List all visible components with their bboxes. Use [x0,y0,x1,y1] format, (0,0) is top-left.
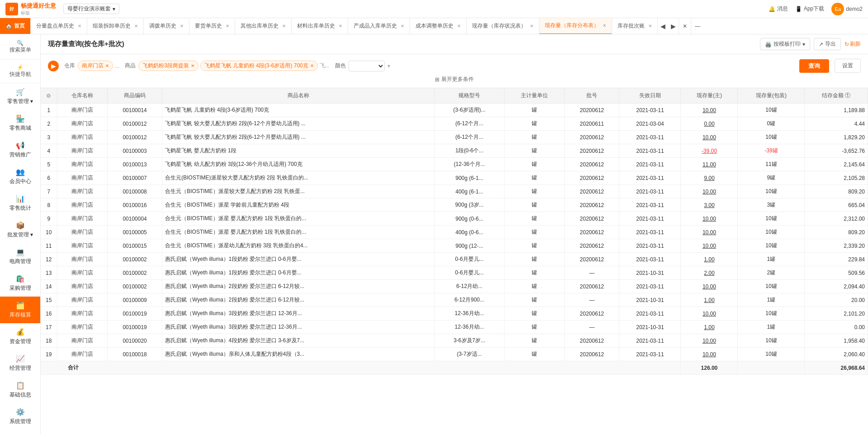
close-icon[interactable]: ✕ [78,24,81,28]
cell-qty[interactable]: 10.00 [681,348,738,361]
sidebar-item-零售管理[interactable]: 🛒 零售管理 ▾ [0,83,40,110]
cell-qty[interactable]: 10.00 [681,280,738,293]
sidebar-item-资金管理[interactable]: 💰 资金管理 [0,323,40,350]
tab-zuzhangchaijian[interactable]: 组装拆卸单历史 ✕ [87,18,144,34]
sidebar-item-label: 营销推广 [9,151,31,159]
cell-name: 飞鹤星飞帆 较大婴儿配方奶粉 2段(6-12个月婴幼儿适用) ... [162,131,434,144]
expand-filter-btn[interactable]: ▶ [48,61,59,71]
sidebar-item-基础信息[interactable]: 📋 基础信息 [0,377,40,403]
close-icon[interactable]: ✕ [180,24,184,28]
sidebar-item-企业协同[interactable]: 🤝 企业协同 [0,430,40,434]
sidebar-item-零售商城[interactable]: 🏪 零售商城 [0,110,40,137]
refresh-btn[interactable]: ↻ 刷新 [844,40,861,48]
cell-qty[interactable]: 0.00 [681,117,738,131]
cell-name: 惠氏启赋（Wyeth illuma）1段奶粉 爱尔兰进口 0-6月婴... [162,253,434,266]
close-icon[interactable]: ✕ [226,24,229,28]
cell-qty[interactable]: 1.00 [681,321,738,334]
cell-expire: 2021-03-11 [619,348,681,361]
tab-minimize-btn[interactable]: — [691,18,704,34]
warehouse-tags: 南岸门店 ✕ ... [78,61,119,71]
tab-home[interactable]: 🏠 首页 [0,18,31,34]
quick-nav-btn[interactable]: ⚡ 快捷导航 [0,61,40,81]
product-tag-2-remove[interactable]: ✕ [310,63,314,68]
tab-qitachuku[interactable]: 其他出库单历史 ✕ [235,18,292,34]
cell-qty[interactable]: -39.00 [681,144,738,158]
cell-warehouse: 南岸门店 [57,171,107,185]
cell-qty[interactable]: 10.00 [681,185,738,198]
close-icon[interactable]: ✕ [530,24,533,28]
cell-expire: 2021-10-31 [619,266,681,280]
app-download-btn[interactable]: 📱 App下载 [795,5,824,13]
cell-qty[interactable]: 10.00 [681,212,738,226]
close-icon[interactable]: ✕ [603,23,606,28]
account-selector[interactable]: 母婴行业演示账套 ▾ [63,4,119,14]
tab-diaobodanlishi[interactable]: 调拨单历史 ✕ [144,18,189,34]
tab-next-btn[interactable]: ▶ [668,18,679,34]
bell-icon: 🔔 [769,6,775,12]
tab-xiancunliang1[interactable]: 现存量（库存状况表） ✕ [467,18,539,34]
sidebar-item-营销推广[interactable]: 📢 营销推广 [0,137,40,163]
query-btn[interactable]: 查询 [799,59,829,73]
sidebar-item-库存核算[interactable]: 🗂️ 库存核算 [0,297,40,323]
cell-spec: (3-7岁适... [434,348,504,361]
cell-batch: 20200612 [565,158,619,171]
sidebar-item-会员中心[interactable]: 👥 会员中心 [0,163,40,190]
cell-name: 飞鹤星飞帆 较大婴儿配方奶粉 2段(6-12个月婴幼儿适用) ... [162,117,434,131]
cell-qty[interactable]: 1.00 [681,253,738,266]
footer-row: 合计 126.00 26,968.64 [41,361,868,375]
tab-close-all-btn[interactable]: ✕ [679,18,691,34]
close-icon[interactable]: ✕ [648,24,652,28]
sidebar-item-经营管理[interactable]: 📈 经营管理 [0,350,40,377]
sidebar-item-零售统计[interactable]: 📊 零售统计 [0,190,40,217]
cell-batch: — [565,321,619,334]
tab-chenbendiaozheng[interactable]: 成本调整单历史 ✕ [410,18,467,34]
color-select[interactable] [349,61,385,71]
sidebar-item-label: 资金管理 [9,338,31,345]
warehouse-tag-remove[interactable]: ✕ [105,63,109,68]
search-menu-btn[interactable]: 🔍 搜索菜单 [2,38,38,56]
tab-cailiaochuku[interactable]: 材料出库单历史 ✕ [292,18,348,34]
sidebar-icon: ⚙️ [16,408,25,416]
tab-fenliangpandian[interactable]: 分量盘点单历史 ✕ [31,18,87,34]
close-icon[interactable]: ✕ [457,24,461,28]
settings-btn[interactable]: 设置 [835,59,861,73]
user-area[interactable]: Ea demo2 [831,3,863,15]
sidebar-item-系统管理[interactable]: ⚙️ 系统管理 [0,403,40,430]
tab-yaohuodan[interactable]: 要货单历史 ✕ [189,18,235,34]
tab-prev-btn[interactable]: ◀ [658,18,668,34]
close-icon[interactable]: ✕ [401,24,404,28]
close-icon[interactable]: ✕ [339,24,342,28]
cell-qty[interactable]: 1.00 [681,293,738,307]
tab-xiancunliang2[interactable]: 现存量（库存分布表） ✕ [539,18,612,34]
cell-qty[interactable]: 9.00 [681,171,738,185]
cell-qty[interactable]: 10.00 [681,226,738,239]
print-btn[interactable]: 🖨️ 按模板打印 ▾ [760,38,810,50]
tab-label: 现存量（库存分布表） [545,22,599,29]
cell-qty[interactable]: 10.00 [681,104,738,117]
export-btn[interactable]: ↗ 导出 [814,38,841,50]
expand-more-btn[interactable]: ⊞ 展开更多条件 [48,75,861,83]
cell-name: 飞鹤星飞帆 儿童奶粉 4段(3-6岁适用) 700克 [162,104,434,117]
cell-spec: 900g (0-6... [434,212,504,226]
cell-qty[interactable]: 10.00 [681,307,738,321]
sidebar-item-电商管理[interactable]: 💻 电商管理 [0,243,40,270]
sidebar-icon: 🏪 [16,114,25,123]
sidebar-item-批发管理[interactable]: 📦 批发管理 ▾ [0,217,40,243]
product-tag-1-remove[interactable]: ✕ [191,63,194,68]
close-icon[interactable]: ✕ [134,24,138,28]
cell-qty[interactable]: 10.00 [681,131,738,144]
tab-kupicizhanag[interactable]: 库存批次账 ✕ [612,18,658,34]
close-icon[interactable]: ✕ [282,24,286,28]
settings-icon[interactable]: ⚙ [46,93,51,99]
cell-qty[interactable]: 10.00 [681,239,738,253]
tab-chanchengpin[interactable]: 产成品入库单历史 ✕ [348,18,410,34]
cell-qty[interactable]: 3.00 [681,198,738,212]
footer-total-amount: 26,968.64 [805,361,868,375]
cell-qty[interactable]: 10.00 [681,334,738,348]
cell-qty[interactable]: 11.00 [681,158,738,171]
cell-batch: 20200611 [565,117,619,131]
messages-btn[interactable]: 🔔 消息 [769,5,788,13]
cell-qty[interactable]: 2.00 [681,266,738,280]
cell-unit: 罐 [504,158,564,171]
sidebar-item-采购管理[interactable]: 🛍️ 采购管理 [0,270,40,297]
